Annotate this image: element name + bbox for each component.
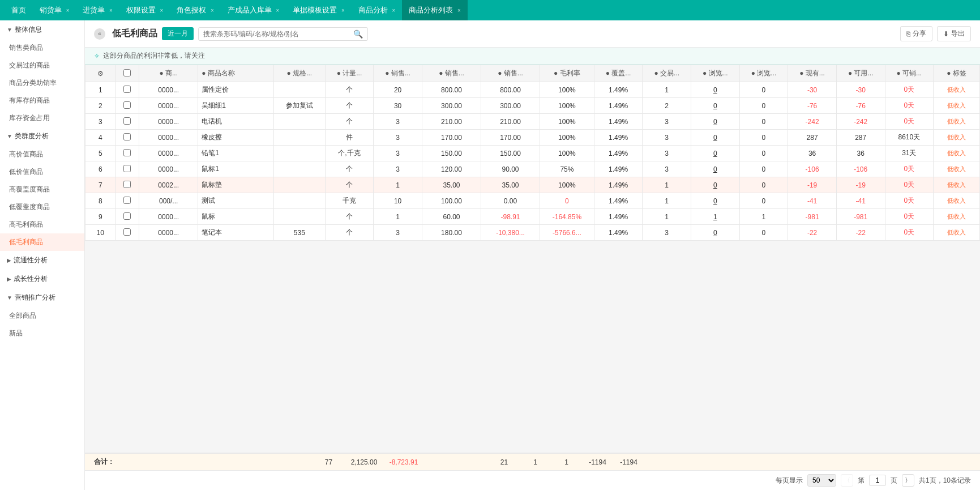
page-number-input[interactable] [869, 475, 886, 486]
th-coverage[interactable]: ● 覆盖... [594, 65, 643, 82]
nav-close-icon4[interactable]: × [211, 7, 214, 14]
sidebar-group-overall[interactable]: ▼ 整体信息 [0, 20, 84, 39]
nav-close-icon6[interactable]: × [341, 7, 345, 14]
view1-link[interactable]: 0 [713, 229, 717, 237]
row-checkbox[interactable] [115, 177, 139, 193]
row-view1[interactable]: 0 [691, 193, 740, 209]
th-tag[interactable]: ● 标签 [934, 65, 980, 82]
nav-close-icon7[interactable]: × [392, 7, 395, 14]
sidebar-group-marketing[interactable]: ▼ 营销推广分析 [0, 288, 84, 307]
sidebar-collapse-button[interactable]: « [94, 28, 105, 40]
row-view1[interactable]: 0 [691, 146, 740, 161]
row-view1[interactable]: 0 [691, 161, 740, 177]
sidebar-item-low-value[interactable]: 低价值商品 [0, 163, 84, 181]
row-checkbox[interactable] [115, 82, 139, 98]
th-spec[interactable]: ● 规格... [274, 65, 326, 82]
th-view1[interactable]: ● 浏览... [691, 65, 740, 82]
row-checkbox[interactable] [115, 225, 139, 241]
select-all-checkbox[interactable] [123, 69, 131, 76]
nav-template-settings[interactable]: 单据模板设置 × [286, 0, 351, 20]
row-select-checkbox[interactable] [123, 197, 131, 204]
nav-purchase-order[interactable]: 进货单 × [76, 0, 119, 20]
prev-page-button[interactable]: 〈 [841, 474, 853, 487]
row-select-checkbox[interactable] [123, 133, 131, 140]
th-sales-amount[interactable]: ● 销售... [422, 65, 481, 82]
search-input[interactable] [203, 30, 351, 38]
export-button[interactable]: ⬇ 导出 [937, 26, 971, 41]
view1-link[interactable]: 0 [713, 118, 717, 126]
sidebar-item-sales-products[interactable]: 销售类商品 [0, 39, 84, 57]
sidebar-group-cluster[interactable]: ▼ 类群度分析 [0, 127, 84, 146]
view1-link[interactable]: 0 [713, 150, 717, 157]
th-stock[interactable]: ● 现有... [788, 65, 837, 82]
view1-link[interactable]: 0 [713, 102, 717, 110]
nav-product-analysis[interactable]: 商品分析 × [352, 0, 402, 20]
row-checkbox[interactable] [115, 193, 139, 209]
sidebar-item-category-rate[interactable]: 商品分类助销率 [0, 74, 84, 92]
row-view1[interactable]: 0 [691, 177, 740, 193]
nav-close-icon5[interactable]: × [276, 7, 280, 14]
th-sellable[interactable]: ● 可销... [885, 65, 934, 82]
row-view1[interactable]: 0 [691, 114, 740, 130]
view1-link[interactable]: 0 [713, 181, 717, 189]
view1-link[interactable]: 0 [713, 197, 717, 205]
nav-close-icon2[interactable]: × [109, 7, 113, 14]
per-page-select[interactable]: 50 20 100 [807, 474, 836, 487]
th-trade[interactable]: ● 交易... [643, 65, 691, 82]
sidebar-item-new-products[interactable]: 新品 [0, 325, 84, 342]
sidebar-item-high-margin[interactable]: 高毛利商品 [0, 216, 84, 233]
view1-link[interactable]: 0 [713, 134, 717, 142]
row-select-checkbox[interactable] [123, 165, 131, 172]
share-button[interactable]: ⎘ 分享 [900, 26, 932, 41]
row-view1[interactable]: 0 [691, 130, 740, 146]
sidebar-item-capital[interactable]: 库存资金占用 [0, 109, 84, 127]
row-select-checkbox[interactable] [123, 212, 131, 220]
view1-link[interactable]: 0 [713, 165, 717, 173]
row-checkbox[interactable] [115, 161, 139, 177]
sidebar-item-high-value[interactable]: 高价值商品 [0, 146, 84, 163]
row-select-checkbox[interactable] [123, 228, 131, 236]
row-select-checkbox[interactable] [123, 149, 131, 156]
sidebar-item-all-products[interactable]: 全部商品 [0, 307, 84, 325]
nav-home[interactable]: 首页 [5, 0, 33, 20]
search-icon[interactable]: 🔍 [353, 29, 363, 39]
th-unit[interactable]: ● 计量... [325, 65, 374, 82]
sidebar-item-in-stock[interactable]: 有库存的商品 [0, 92, 84, 109]
th-name[interactable]: ● 商品名称 [198, 65, 274, 82]
row-view1[interactable]: 0 [691, 225, 740, 241]
nav-sales-order[interactable]: 销货单 × [33, 0, 76, 20]
row-checkbox[interactable] [115, 146, 139, 161]
sidebar-item-high-coverage[interactable]: 高覆盖度商品 [0, 181, 84, 198]
row-select-checkbox[interactable] [123, 117, 131, 125]
row-view1[interactable]: 1 [691, 209, 740, 225]
sidebar-item-low-margin[interactable]: 低毛利商品 [0, 233, 84, 251]
view1-link[interactable]: 0 [713, 86, 717, 94]
row-checkbox[interactable] [115, 209, 139, 225]
th-avail[interactable]: ● 可用... [836, 65, 885, 82]
nav-product-analysis-list[interactable]: 商品分析列表 × [402, 0, 467, 20]
th-code[interactable]: ● 商... [139, 65, 198, 82]
table-container[interactable]: ⚙ ● 商... ● 商品名称 ● 规格... ● 计量... ● 销售... … [85, 65, 980, 453]
sidebar-group-circulation[interactable]: ▶ 流通性分析 [0, 251, 84, 270]
nav-permissions[interactable]: 权限设置 × [119, 0, 170, 20]
nav-role-auth[interactable]: 角色授权 × [170, 0, 220, 20]
nav-close-icon3[interactable]: × [160, 7, 164, 14]
row-select-checkbox[interactable] [123, 181, 131, 188]
th-sales-profit[interactable]: ● 销售... [481, 65, 540, 82]
row-view1[interactable]: 0 [691, 98, 740, 114]
sidebar-item-low-coverage[interactable]: 低覆盖度商品 [0, 198, 84, 216]
row-checkbox[interactable] [115, 98, 139, 114]
row-select-checkbox[interactable] [123, 86, 131, 93]
row-checkbox[interactable] [115, 114, 139, 130]
row-select-checkbox[interactable] [123, 101, 131, 109]
th-view2[interactable]: ● 浏览... [739, 65, 788, 82]
nav-close-icon[interactable]: × [66, 7, 70, 14]
row-view1[interactable]: 0 [691, 82, 740, 98]
settings-icon[interactable]: ⚙ [97, 70, 104, 78]
nav-product-entry[interactable]: 产成品入库单 × [221, 0, 286, 20]
row-checkbox[interactable] [115, 130, 139, 146]
sidebar-group-growth[interactable]: ▶ 成长性分析 [0, 270, 84, 288]
nav-close-icon8[interactable]: × [457, 7, 461, 14]
th-gross-rate[interactable]: ● 毛利率 [540, 65, 594, 82]
sidebar-item-traded-products[interactable]: 交易过的商品 [0, 57, 84, 74]
